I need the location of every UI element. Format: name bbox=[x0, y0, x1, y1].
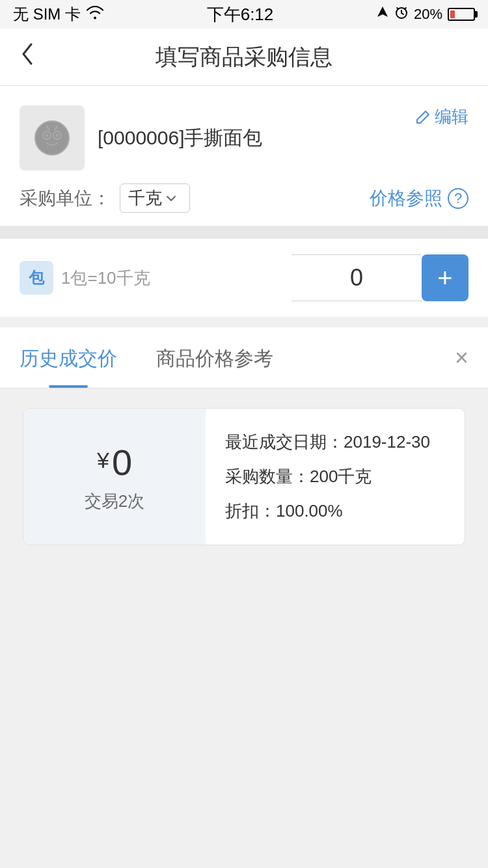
carrier-label: 无 SIM 卡 bbox=[13, 4, 81, 25]
battery-icon bbox=[448, 8, 475, 21]
help-icon: ? bbox=[448, 188, 468, 209]
discount-label: 折扣： bbox=[225, 500, 276, 522]
purchase-qty-label: 采购数量： bbox=[225, 465, 310, 488]
battery-percentage: 20% bbox=[414, 6, 442, 23]
price-summary-panel: ¥ 0 交易2次 bbox=[23, 409, 206, 545]
price-value: 0 bbox=[112, 441, 132, 483]
price-detail-panel: 最近成交日期： 2019-12-30 采购数量： 200千克 折扣： 100.0… bbox=[206, 409, 465, 545]
price-amount: ¥ 0 bbox=[97, 441, 132, 483]
product-thumbnail bbox=[20, 105, 85, 170]
purchase-qty-row: 采购数量： 200千克 bbox=[225, 465, 445, 488]
purchase-qty-value: 200千克 bbox=[310, 465, 372, 488]
wifi-icon bbox=[86, 5, 104, 23]
unit-select-dropdown[interactable]: 千克 bbox=[120, 183, 190, 213]
purchase-unit: 采购单位： 千克 bbox=[20, 183, 190, 213]
status-right: 20% bbox=[376, 5, 475, 23]
tab-product-price-ref[interactable]: 商品价格参考 bbox=[156, 327, 273, 388]
product-footer: 采购单位： 千克 价格参照 ? bbox=[20, 183, 468, 213]
product-header: [0000006]手撕面包 编辑 bbox=[20, 105, 468, 170]
svg-point-5 bbox=[56, 134, 59, 137]
quantity-control: 0 + bbox=[291, 254, 468, 301]
status-bar: 无 SIM 卡 下午6:12 20% bbox=[0, 0, 488, 29]
currency-symbol: ¥ bbox=[97, 441, 109, 473]
quantity-plus-button[interactable]: + bbox=[422, 254, 468, 301]
unit-info: 包 1包=10千克 bbox=[20, 261, 150, 295]
tab-history-price[interactable]: 历史成交价 bbox=[20, 327, 117, 388]
svg-point-4 bbox=[46, 134, 48, 137]
quantity-row: 包 1包=10千克 0 + bbox=[0, 239, 488, 317]
page-background bbox=[0, 545, 488, 868]
unit-conversion: 1包=10千克 bbox=[61, 267, 150, 290]
nav-bar: 填写商品采购信息 bbox=[0, 29, 488, 86]
svg-point-1 bbox=[35, 121, 69, 155]
section-divider bbox=[0, 226, 488, 239]
gps-icon bbox=[376, 5, 389, 23]
status-left: 无 SIM 卡 bbox=[13, 4, 104, 25]
product-card: [0000006]手撕面包 编辑 采购单位： 千克 价格参照 ? bbox=[0, 86, 488, 226]
alarm-icon bbox=[394, 5, 409, 23]
close-button[interactable]: × bbox=[455, 344, 468, 372]
status-time: 下午6:12 bbox=[207, 3, 274, 26]
edit-button[interactable]: 编辑 bbox=[415, 105, 468, 128]
tabs-container: 历史成交价 商品价格参考 × bbox=[0, 327, 488, 388]
quantity-input[interactable]: 0 bbox=[291, 254, 422, 301]
unit-value: 千克 bbox=[128, 187, 162, 210]
transaction-count: 交易2次 bbox=[85, 490, 144, 513]
unit-badge: 包 bbox=[20, 261, 53, 295]
recent-date-row: 最近成交日期： 2019-12-30 bbox=[225, 431, 445, 454]
price-reference-button[interactable]: 价格参照 ? bbox=[370, 186, 468, 211]
discount-row: 折扣： 100.00% bbox=[225, 500, 445, 522]
back-button[interactable] bbox=[20, 41, 35, 73]
purchase-unit-label: 采购单位： bbox=[20, 186, 111, 211]
recent-date-label: 最近成交日期： bbox=[225, 431, 344, 454]
recent-date-value: 2019-12-30 bbox=[344, 432, 430, 452]
product-left: [0000006]手撕面包 bbox=[20, 105, 262, 170]
discount-value: 100.00% bbox=[276, 501, 343, 521]
price-history-card: ¥ 0 交易2次 最近成交日期： 2019-12-30 采购数量： 200千克 … bbox=[23, 408, 465, 545]
page-title: 填写商品采购信息 bbox=[156, 42, 332, 72]
tabs-left: 历史成交价 商品价格参考 bbox=[20, 327, 273, 388]
product-full-name: [0000006]手撕面包 bbox=[98, 125, 262, 152]
price-ref-label: 价格参照 bbox=[370, 186, 442, 211]
